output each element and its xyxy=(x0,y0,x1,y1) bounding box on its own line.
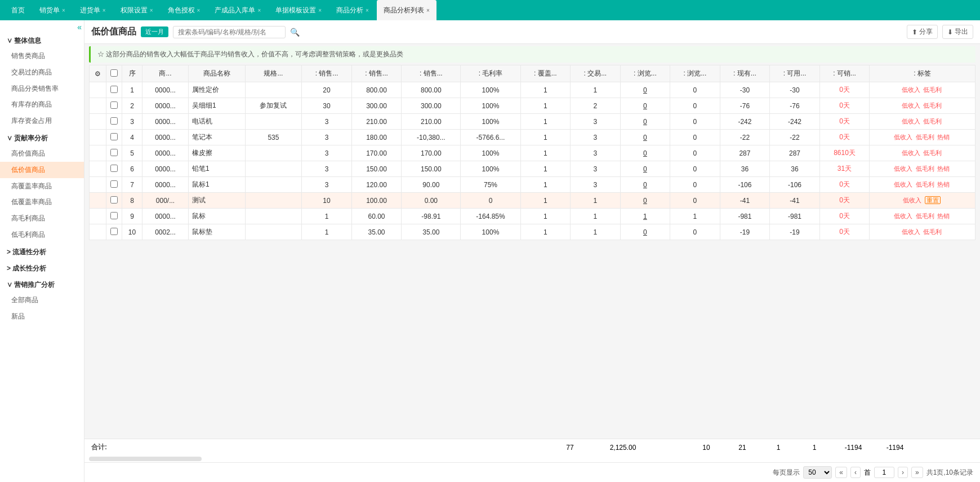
cell-check[interactable] xyxy=(106,130,122,145)
cell-browse1[interactable]: 0 xyxy=(620,224,670,240)
cell-days: 0天 xyxy=(819,177,870,193)
row-checkbox[interactable] xyxy=(110,212,118,219)
row-checkbox[interactable] xyxy=(110,149,118,156)
sidebar-item-high-margin[interactable]: 高毛利商品 xyxy=(0,210,84,227)
col-header-settings[interactable]: ⚙ xyxy=(90,65,106,82)
cell-check[interactable] xyxy=(106,177,122,193)
row-checkbox[interactable] xyxy=(110,196,118,204)
sidebar-group-marketing[interactable]: ∨ 营销推广分析 xyxy=(0,276,84,292)
date-badge[interactable]: 近一月 xyxy=(141,26,168,37)
sidebar-group-growth[interactable]: > 成长性分析 xyxy=(0,259,84,276)
sidebar-item-new-products[interactable]: 新品 xyxy=(0,308,84,325)
nav-purchase-order[interactable]: 进货单 × xyxy=(73,0,113,20)
row-checkbox[interactable] xyxy=(110,133,118,140)
search-input[interactable] xyxy=(173,26,286,38)
row-checkbox[interactable] xyxy=(110,117,118,125)
cell-s2: 170.00 xyxy=(351,145,402,161)
nav-product-analysis-list[interactable]: 商品分析列表 × xyxy=(377,0,436,20)
sidebar-group-contribution[interactable]: ∨ 贡献率分析 xyxy=(0,129,84,145)
cell-check[interactable] xyxy=(106,209,122,224)
cell-check[interactable] xyxy=(106,161,122,177)
cell-check[interactable] xyxy=(106,82,122,98)
close-icon[interactable]: × xyxy=(318,7,322,14)
cell-browse1[interactable]: 0 xyxy=(620,177,670,193)
browse1-link[interactable]: 0 xyxy=(643,165,647,173)
cell-browse1[interactable]: 0 xyxy=(620,98,670,114)
first-page-button[interactable]: « xyxy=(835,467,847,478)
close-icon[interactable]: × xyxy=(197,7,201,14)
sidebar-collapse-button[interactable]: « xyxy=(77,23,82,32)
cell-s1: 3 xyxy=(302,161,352,177)
cell-s2: 60.00 xyxy=(351,209,402,224)
per-page-select[interactable]: 50 100 200 xyxy=(803,466,832,479)
row-checkbox[interactable] xyxy=(110,228,118,235)
close-icon[interactable]: × xyxy=(62,7,65,14)
prev-page-button[interactable]: ‹ xyxy=(850,467,861,478)
nav-sales-order[interactable]: 销货单 × xyxy=(33,0,72,20)
days-value: 31天 xyxy=(838,165,852,173)
col-header-name: 商品名称 xyxy=(188,65,245,82)
cell-browse1[interactable]: 0 xyxy=(620,82,670,98)
close-icon[interactable]: × xyxy=(366,7,369,14)
cell-browse1[interactable]: 0 xyxy=(620,145,670,161)
browse1-link[interactable]: 0 xyxy=(643,181,647,189)
sidebar-group-liquidity[interactable]: > 流通性分析 xyxy=(0,243,84,259)
sidebar-item-stocked-products[interactable]: 有库存的商品 xyxy=(0,96,84,113)
page-number-input[interactable] xyxy=(874,467,894,478)
cell-check[interactable] xyxy=(106,98,122,114)
row-checkbox[interactable] xyxy=(110,165,118,172)
cell-browse1[interactable]: 0 xyxy=(620,161,670,177)
cell-browse1[interactable]: 0 xyxy=(620,130,670,145)
close-icon[interactable]: × xyxy=(426,7,430,14)
browse1-link[interactable]: 0 xyxy=(643,118,647,126)
cell-browse1[interactable]: 0 xyxy=(620,193,670,209)
close-icon[interactable]: × xyxy=(103,7,106,14)
browse1-link[interactable]: 0 xyxy=(643,228,647,236)
nav-template-settings[interactable]: 单据模板设置 × xyxy=(269,0,328,20)
col-header-s3: : 销售... xyxy=(402,65,461,82)
close-icon[interactable]: × xyxy=(257,7,261,14)
sidebar-item-stock-capital[interactable]: 库存资金占用 xyxy=(0,113,84,129)
row-checkbox[interactable] xyxy=(110,180,118,188)
col-header-check[interactable] xyxy=(106,65,122,82)
last-page-button[interactable]: » xyxy=(911,467,923,478)
search-icon[interactable]: 🔍 xyxy=(290,28,300,37)
sidebar-item-category-sales-rate[interactable]: 商品分类销售率 xyxy=(0,81,84,97)
browse1-link[interactable]: 0 xyxy=(643,134,647,141)
browse1-link[interactable]: 1 xyxy=(643,213,647,220)
row-checkbox[interactable] xyxy=(110,101,118,109)
cell-tags: 低收入 低毛利 热销 xyxy=(870,161,975,177)
browse1-link[interactable]: 0 xyxy=(643,149,647,157)
sidebar-item-high-coverage[interactable]: 高覆盖率商品 xyxy=(0,178,84,194)
sidebar-item-low-coverage[interactable]: 低覆盖率商品 xyxy=(0,194,84,210)
export-button[interactable]: ⬇ 导出 xyxy=(942,25,973,39)
nav-permissions[interactable]: 权限设置 × xyxy=(114,0,160,20)
nav-stock-in[interactable]: 产成品入库单 × xyxy=(208,0,268,20)
cell-browse1[interactable]: 0 xyxy=(620,114,670,130)
nav-role-auth[interactable]: 角色授权 × xyxy=(161,0,207,20)
table-container[interactable]: ⚙ 序 商... 商品名称 规格... : 销售... : 销售... : 销售… xyxy=(84,65,980,439)
share-button[interactable]: ⬆ 分享 xyxy=(907,25,938,39)
browse1-link[interactable]: 0 xyxy=(643,86,647,94)
sidebar-group-overall[interactable]: ∨ 整体信息 xyxy=(0,32,84,48)
sidebar-item-sales-products[interactable]: 销售类商品 xyxy=(0,48,84,64)
cell-check[interactable] xyxy=(106,145,122,161)
cell-check[interactable] xyxy=(106,193,122,209)
cell-tags: 低收入 重置 xyxy=(870,193,975,209)
nav-product-analysis[interactable]: 商品分析 × xyxy=(329,0,376,20)
select-all-checkbox[interactable] xyxy=(110,69,118,77)
next-page-button[interactable]: › xyxy=(898,467,908,478)
sidebar-item-traded-products[interactable]: 交易过的商品 xyxy=(0,64,84,81)
cell-browse1[interactable]: 1 xyxy=(620,209,670,224)
sidebar-item-high-value[interactable]: 高价值商品 xyxy=(0,145,84,162)
browse1-link[interactable]: 0 xyxy=(643,197,647,205)
browse1-link[interactable]: 0 xyxy=(643,102,647,110)
sidebar-item-low-margin[interactable]: 低毛利商品 xyxy=(0,227,84,243)
cell-check[interactable] xyxy=(106,114,122,130)
cell-check[interactable] xyxy=(106,224,122,240)
row-checkbox[interactable] xyxy=(110,86,118,93)
close-icon[interactable]: × xyxy=(150,7,153,14)
nav-home[interactable]: 首页 xyxy=(5,0,32,20)
sidebar-item-all-products[interactable]: 全部商品 xyxy=(0,292,84,308)
sidebar-item-low-value[interactable]: 低价值商品 xyxy=(0,162,84,178)
